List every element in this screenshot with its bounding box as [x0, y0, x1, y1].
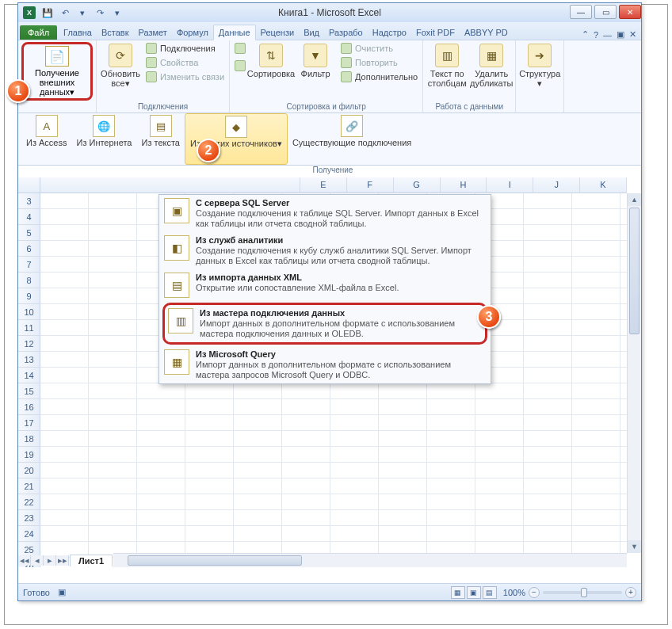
macro-record-icon[interactable]: ▣ — [58, 587, 66, 597]
vertical-scrollbar[interactable]: ▲ ▼ — [627, 193, 641, 553]
dd-sql-server[interactable]: ▣ С сервера SQL Server Создание подключе… — [159, 195, 491, 232]
col-header[interactable]: J — [533, 177, 580, 193]
tab-addins[interactable]: Надстро — [368, 25, 411, 40]
maximize-button[interactable]: ▭ — [594, 5, 617, 19]
tab-home[interactable]: Главна — [59, 25, 97, 40]
tab-review[interactable]: Рецензи — [256, 25, 300, 40]
col-header[interactable]: G — [394, 177, 441, 193]
advanced-filter-button[interactable]: Дополнительно — [339, 71, 419, 83]
remove-duplicates-button[interactable]: ▦ Удалить дубликаты — [471, 42, 512, 90]
row-header[interactable]: 6 — [18, 241, 40, 257]
row-header[interactable]: 17 — [18, 415, 40, 431]
outline-button[interactable]: ➔ Структура ▾ — [519, 42, 560, 90]
sheet-nav-first[interactable]: ◂◂ — [18, 555, 31, 566]
row-header[interactable]: 22 — [18, 494, 40, 510]
dd-data-connection-wizard[interactable]: ▥ Из мастера подключения данных Импорт д… — [162, 303, 487, 345]
qat-dd2[interactable]: ▾ — [110, 6, 124, 20]
horizontal-scrollbar[interactable] — [113, 553, 627, 567]
dd-microsoft-query[interactable]: ▦ Из Microsoft Query Импорт данных в доп… — [159, 346, 491, 383]
web-icon: 🌐 — [93, 115, 115, 137]
row-header[interactable]: 9 — [18, 288, 40, 304]
connections-button[interactable]: Подключения — [144, 42, 226, 55]
sub-group-label: Получение — [18, 166, 641, 178]
tab-insert[interactable]: Вставк — [97, 25, 134, 40]
close-button[interactable]: ✕ — [619, 5, 641, 19]
view-page-break-icon[interactable]: ▤ — [483, 586, 497, 599]
view-normal-icon[interactable]: ▦ — [451, 586, 465, 599]
select-all-corner[interactable] — [18, 177, 40, 193]
row-header[interactable]: 4 — [18, 209, 40, 225]
scroll-thumb-h[interactable] — [128, 555, 302, 566]
from-web-button[interactable]: 🌐 Из Интернета — [71, 113, 136, 165]
row-header[interactable]: 16 — [18, 399, 40, 415]
advanced-icon — [341, 71, 352, 82]
tab-abbyy[interactable]: ABBYY PD — [460, 25, 513, 40]
workbook-minimize-icon[interactable]: — — [603, 30, 612, 40]
minimize-button[interactable]: — — [570, 5, 592, 19]
scroll-up-icon[interactable]: ▲ — [628, 193, 641, 206]
sheet-nav-next[interactable]: ▸ — [44, 555, 56, 566]
remove-duplicates-icon: ▦ — [479, 44, 503, 67]
col-header[interactable]: H — [441, 177, 487, 193]
from-access-button[interactable]: A Из Access — [21, 113, 71, 165]
col-header[interactable]: F — [347, 177, 394, 193]
row-header[interactable]: 3 — [18, 193, 40, 209]
row-header[interactable]: 15 — [18, 383, 40, 399]
sheet-nav-prev[interactable]: ◂ — [31, 555, 44, 566]
row-header[interactable]: 24 — [18, 526, 40, 542]
qat-undo[interactable]: ↶ — [58, 6, 72, 20]
text-icon: ▤ — [150, 115, 172, 137]
sort-button[interactable]: ⇅ Сортировка — [250, 42, 292, 80]
existing-connections-button[interactable]: 🔗 Существующие подключения — [288, 113, 416, 165]
row-header[interactable]: 20 — [18, 463, 40, 478]
zoom-out-button[interactable]: − — [529, 587, 540, 598]
tab-foxit[interactable]: Foxit PDF — [411, 25, 460, 40]
tab-layout[interactable]: Размет — [134, 25, 172, 40]
col-header[interactable]: K — [580, 177, 627, 193]
row-header[interactable]: 11 — [18, 320, 40, 336]
tab-developer[interactable]: Разрабо — [324, 25, 368, 40]
qat-dd1[interactable]: ▾ — [75, 6, 90, 20]
row-header[interactable]: 7 — [18, 257, 40, 273]
get-external-data-button[interactable]: 📄 Получение внешних данных▾ — [21, 42, 93, 101]
tab-formulas[interactable]: Формул — [172, 25, 213, 40]
zoom-percent[interactable]: 100% — [503, 588, 525, 597]
row-header[interactable]: 18 — [18, 431, 40, 447]
tab-file[interactable]: Файл — [20, 25, 57, 40]
tab-data[interactable]: Данные — [213, 25, 256, 40]
row-header[interactable]: 23 — [18, 510, 40, 526]
scroll-thumb-v[interactable] — [629, 208, 640, 334]
workbook-restore-icon[interactable]: ▣ — [617, 29, 624, 40]
row-header[interactable]: 12 — [18, 336, 40, 352]
workbook-close-icon[interactable]: ✕ — [629, 29, 636, 40]
qat-save[interactable]: 💾 — [40, 6, 55, 20]
zoom-slider[interactable] — [543, 591, 622, 594]
row-header[interactable]: 8 — [18, 273, 40, 288]
text-to-columns-button[interactable]: ▥ Текст по столбцам — [426, 42, 468, 90]
row-header[interactable]: 14 — [18, 368, 40, 383]
row-header[interactable]: 13 — [18, 352, 40, 368]
view-page-layout-icon[interactable]: ▣ — [467, 586, 481, 599]
row-header[interactable]: 10 — [18, 304, 40, 320]
sort-asc-button[interactable] — [233, 42, 247, 55]
help-icon[interactable]: ? — [594, 30, 598, 40]
refresh-all-button[interactable]: ⟳ Обновить все▾ — [100, 42, 141, 90]
sheet-tab-1[interactable]: Лист1 — [70, 555, 113, 566]
from-text-button[interactable]: ▤ Из текста — [136, 113, 185, 165]
sheet-nav-last[interactable]: ▸▸ — [56, 555, 69, 566]
filter-button[interactable]: ▼ Фильтр — [295, 42, 336, 80]
tab-view[interactable]: Вид — [299, 25, 324, 40]
dd-analysis-services[interactable]: ◧ Из служб аналитики Создание подключени… — [159, 232, 491, 269]
dd-xml-import[interactable]: ▤ Из импорта данных XML Открытие или соп… — [159, 269, 491, 301]
zoom-slider-knob[interactable] — [581, 588, 587, 597]
qat-redo[interactable]: ↷ — [93, 6, 107, 20]
row-header[interactable]: 21 — [18, 478, 40, 494]
sort-desc-button[interactable] — [233, 59, 247, 72]
zoom-in-button[interactable]: + — [625, 587, 636, 598]
col-header[interactable]: I — [487, 177, 533, 193]
col-header[interactable]: E — [300, 177, 347, 193]
row-header[interactable]: 19 — [18, 447, 40, 463]
scroll-down-icon[interactable]: ▼ — [628, 540, 641, 553]
ribbon-collapse-icon[interactable]: ⌃ — [582, 29, 589, 40]
row-header[interactable]: 5 — [18, 225, 40, 241]
